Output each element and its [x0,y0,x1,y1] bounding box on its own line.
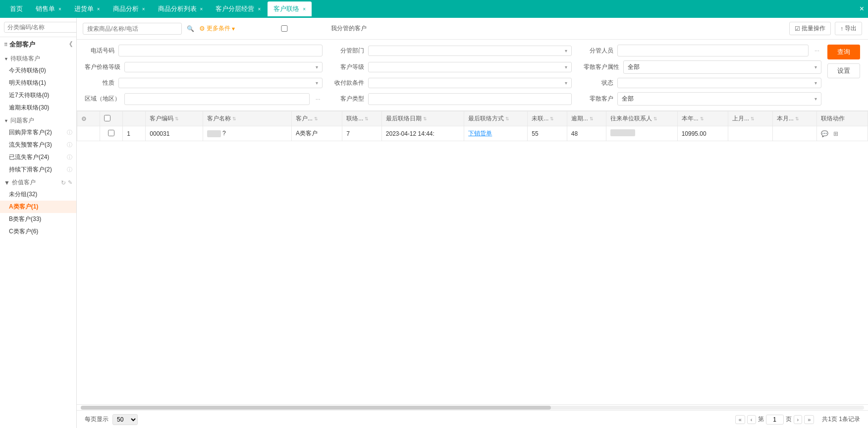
filter-row-1: 电话号码 分管部门 ▾ 分管人员 [85,45,821,56]
filter-retail-select[interactable]: 全部 ▾ [617,92,821,106]
settings-button[interactable]: 设置 [827,63,860,78]
col-contact[interactable]: 联络...⇅ [342,111,381,126]
filter-price-select[interactable]: ▾ [124,62,323,72]
search-button-icon[interactable]: 🔍 [187,25,194,32]
sidebar-item-week[interactable]: 近7天待联络(0) [0,89,76,102]
query-button[interactable]: 查询 [827,45,860,59]
row-code: 000031 [146,126,203,141]
batch-op-button[interactable]: ☑ 批量操作 [789,22,831,35]
filter-row-4: 区域（地区） ··· 客户类型 零散客户 [85,92,821,106]
my-customers-checkbox[interactable] [240,25,329,32]
sidebar-item-c-class[interactable]: C类客户(6) [0,225,76,238]
value-refresh-icon[interactable]: ↻ [61,179,66,186]
main-layout: 🔍 ⠿ 全部客户 《 ▼ 待联络客户 今天待联络(0) 明天待联络(1) 近7天… [0,18,868,428]
filter-payment-select[interactable]: ▾ [368,78,572,88]
nav-tab-purchase[interactable]: 进货单 × [68,1,106,16]
more-filters-btn[interactable]: ⚙ 更多条件 ▾ [199,24,235,33]
sort-no-contact-icon: ⇅ [550,116,554,121]
column-settings-icon[interactable]: ⚙ [81,115,87,122]
my-customers-checkbox-label[interactable]: 我分管的客户 [240,24,367,33]
sidebar-item-b-class[interactable]: B类客户(33) [0,213,76,225]
col-this-year[interactable]: 本年...⇅ [677,111,728,126]
manager-input[interactable] [617,45,809,56]
first-page-btn[interactable]: « [735,415,745,424]
filter-region: 区域（地区） ··· [85,93,323,105]
customer-type-input[interactable] [368,93,572,105]
sort-date-icon: ⇅ [423,116,427,121]
sidebar-item-declining[interactable]: 持续下滑客户(2) ⓘ [0,163,76,176]
price-dropdown-icon: ▾ [316,64,318,70]
row-last-contact-date: 2023-04-12 14:44: [381,126,464,141]
filter-status-select[interactable]: ▾ [617,78,821,88]
scroll-thumb[interactable] [81,406,551,410]
sidebar-item-churn-warning[interactable]: 流失预警客户(3) ⓘ [0,139,76,151]
sidebar-group-pending[interactable]: ▼ 待联络客户 [0,52,76,64]
region-more-icon[interactable]: ··· [314,96,323,103]
col-name[interactable]: 客户名称⇅ [203,111,291,126]
sidebar-item-tomorrow[interactable]: 明天待联络(1) [0,77,76,89]
filter-nature-select[interactable]: ▾ [118,78,323,88]
value-edit-icon[interactable]: ✎ [68,179,72,186]
sort-method-icon: ⇅ [505,116,509,121]
col-category[interactable]: 客户...⇅ [291,111,342,126]
action-chat-icon[interactable]: 💬 [821,130,828,137]
close-all-tabs[interactable]: × [860,4,864,13]
sort-contact-icon: ⇅ [365,116,369,121]
sidebar-item-churned[interactable]: 已流失客户(24) ⓘ [0,151,76,163]
filter-phone: 电话号码 [85,45,323,56]
action-qr-icon[interactable]: ⊞ [833,130,838,137]
page-number-input[interactable] [766,415,784,425]
sidebar-item-a-class[interactable]: A类客户(1) [0,201,76,213]
sidebar-item-overdue[interactable]: 逾期未联络(30) [0,102,76,114]
nav-tab-customer-contact[interactable]: 客户联络 × [268,1,312,16]
last-page-btn[interactable]: » [804,415,814,424]
col-no-contact[interactable]: 未联...⇅ [528,111,567,126]
nav-tab-analysis-list[interactable]: 商品分析列表 × [152,1,209,16]
row-action-cell: 💬 ⊞ [817,126,868,141]
col-last-contact-method[interactable]: 最后联络方式⇅ [464,111,528,126]
col-this-month[interactable]: 本月...⇅ [772,111,817,126]
name-blur-mask [207,130,221,137]
select-all-checkbox[interactable] [104,115,110,121]
col-code[interactable]: 客户编码⇅ [146,111,203,126]
sidebar-item-repurchase-abnormal[interactable]: 回购异常客户(2) ⓘ [0,126,76,139]
nav-tab-customer-segment[interactable]: 客户分层经营 × [210,1,267,16]
more-filters-chevron: ▾ [232,25,235,32]
phone-input[interactable] [118,45,323,56]
filter-level-label: 客户等级 [334,63,364,71]
hint-icon: ⓘ [67,154,72,161]
filter-dept: 分管部门 ▾ [334,46,572,56]
last-contact-method-link[interactable]: 下销货单 [468,130,492,137]
filter-retail-attr-select[interactable]: 全部 ▾ [623,60,821,74]
nav-tab-sales[interactable]: 销售单 × [30,1,67,16]
sidebar-group-problem[interactable]: ▼ 问题客户 [0,114,76,126]
sidebar-search-input[interactable] [4,22,77,33]
filter-dept-select[interactable]: ▾ [368,46,572,56]
sidebar-item-ungroup[interactable]: 未分组(32) [0,188,76,201]
scroll-track[interactable] [81,406,864,410]
nav-tab-analysis[interactable]: 商品分析 × [107,1,151,16]
table-row: 1 000031 ? A类客户 7 2023-04-12 14:44: 下销货单… [77,126,868,141]
export-button[interactable]: ↑ 导出 [835,22,862,35]
filter-region-label: 区域（地区） [85,95,120,103]
nav-home[interactable]: 首页 [4,1,29,16]
prev-page-btn[interactable]: ‹ [747,415,756,424]
row-checkbox[interactable] [108,130,114,136]
content-area: 🔍 ⚙ 更多条件 ▾ 我分管的客户 ☑ 批量操作 ↑ 导出 [77,18,868,428]
col-overdue[interactable]: 逾期...⇅ [567,111,606,126]
sort-code-icon: ⇅ [175,116,179,121]
manager-more-icon[interactable]: ··· [813,47,821,54]
sidebar-all-customers[interactable]: ⠿ 全部客户 《 [0,37,76,52]
horizontal-scrollbar[interactable] [77,404,868,410]
next-page-btn[interactable]: › [794,415,803,424]
per-page-select[interactable]: 50 100 200 [112,414,138,425]
sidebar-item-today[interactable]: 今天待联络(0) [0,64,76,77]
col-last-month[interactable]: 上月...⇅ [728,111,773,126]
col-unit-contact[interactable]: 往来单位联系人⇅ [606,111,677,126]
filter-level-select[interactable]: ▾ [368,62,572,72]
page-label: 第 [758,415,764,424]
region-input[interactable] [124,93,310,105]
sidebar-group-value[interactable]: ▼ 价值客户 ↻ ✎ [0,176,76,188]
search-input[interactable] [83,23,182,35]
col-last-contact-date[interactable]: 最后联络日期⇅ [381,111,464,126]
